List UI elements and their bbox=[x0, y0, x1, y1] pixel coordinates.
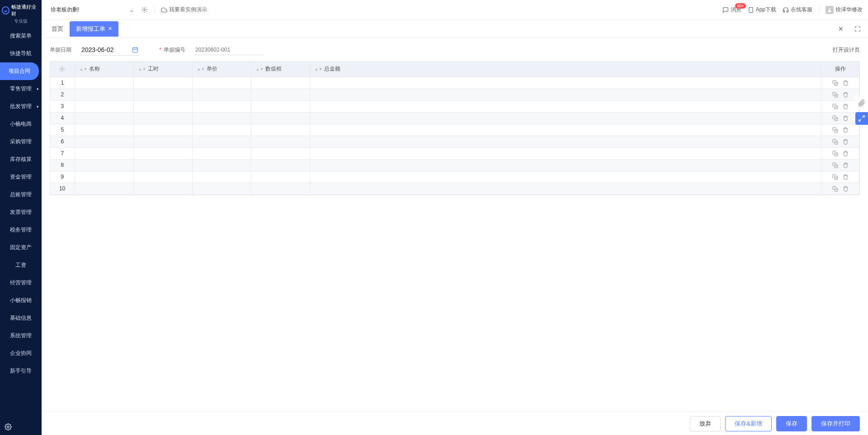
table-row[interactable]: 9 bbox=[50, 171, 859, 183]
row-delete-button[interactable] bbox=[843, 104, 849, 109]
save-button[interactable]: 保存 bbox=[776, 416, 807, 431]
cell-numbox[interactable] bbox=[251, 100, 310, 112]
cell-hours[interactable] bbox=[133, 124, 192, 136]
sidebar-item-17[interactable]: 系统管理 bbox=[0, 327, 42, 345]
sidebar-item-7[interactable]: 库存核算 bbox=[0, 151, 42, 168]
cell-name[interactable] bbox=[75, 136, 133, 147]
column-settings[interactable] bbox=[50, 61, 75, 77]
cell-total[interactable] bbox=[310, 112, 821, 124]
cell-hours[interactable] bbox=[133, 171, 192, 183]
sidebar-item-12[interactable]: 固定资产 bbox=[0, 239, 42, 256]
user-menu[interactable]: 徐泽华修改 bbox=[826, 6, 863, 14]
attachment-button[interactable] bbox=[855, 97, 868, 109]
cell-hours[interactable] bbox=[133, 89, 192, 100]
sidebar-item-1[interactable]: 快捷导航 bbox=[0, 45, 42, 62]
row-delete-button[interactable] bbox=[843, 186, 849, 192]
sidebar-item-14[interactable]: 经营管理 bbox=[0, 274, 42, 292]
cell-hours[interactable] bbox=[133, 136, 192, 147]
col-name[interactable]: ▲▼名称 bbox=[75, 61, 133, 77]
design-page-link[interactable]: 打开设计页 bbox=[833, 46, 860, 54]
table-row[interactable]: 2 bbox=[50, 89, 859, 100]
cell-numbox[interactable] bbox=[251, 171, 310, 183]
cell-name[interactable] bbox=[75, 159, 133, 171]
cell-price[interactable] bbox=[192, 112, 251, 124]
cell-hours[interactable] bbox=[133, 77, 192, 89]
row-copy-button[interactable] bbox=[832, 174, 838, 180]
save-print-button[interactable]: 保存并打印 bbox=[811, 416, 860, 431]
sidebar-item-3[interactable]: 零售管理▾ bbox=[0, 80, 42, 98]
row-copy-button[interactable] bbox=[832, 92, 838, 98]
row-delete-button[interactable] bbox=[843, 127, 849, 133]
col-price[interactable]: ▲▼单价 bbox=[192, 61, 251, 77]
cell-name[interactable] bbox=[75, 100, 133, 112]
cell-price[interactable] bbox=[192, 100, 251, 112]
table-row[interactable]: 3 bbox=[50, 100, 859, 112]
close-icon[interactable]: ✕ bbox=[108, 26, 112, 32]
cell-total[interactable] bbox=[310, 147, 821, 159]
cell-total[interactable] bbox=[310, 77, 821, 89]
sidebar-item-0[interactable]: 搜索菜单 bbox=[0, 27, 42, 45]
cell-total[interactable] bbox=[310, 171, 821, 183]
save-new-button[interactable]: 保存&新增 bbox=[725, 416, 772, 431]
cell-name[interactable] bbox=[75, 147, 133, 159]
sidebar-item-2[interactable]: 项目合同 bbox=[0, 62, 39, 80]
calendar-icon[interactable] bbox=[132, 47, 138, 53]
sort-icon[interactable]: ▲▼ bbox=[197, 68, 205, 71]
cell-price[interactable] bbox=[192, 159, 251, 171]
cell-total[interactable] bbox=[310, 159, 821, 171]
row-copy-button[interactable] bbox=[832, 127, 838, 133]
sort-icon[interactable]: ▲▼ bbox=[138, 68, 146, 71]
settings-icon[interactable] bbox=[137, 6, 151, 13]
cell-total[interactable] bbox=[310, 183, 821, 194]
cell-price[interactable] bbox=[192, 124, 251, 136]
cell-name[interactable] bbox=[75, 171, 133, 183]
row-delete-button[interactable] bbox=[843, 139, 849, 145]
cell-numbox[interactable] bbox=[251, 77, 310, 89]
col-hours[interactable]: ▲▼工时 bbox=[133, 61, 192, 77]
support-button[interactable]: 在线客服 bbox=[783, 6, 812, 14]
sidebar-settings[interactable] bbox=[0, 419, 42, 435]
date-input[interactable]: 2023-06-02 bbox=[80, 44, 139, 56]
cell-price[interactable] bbox=[192, 77, 251, 89]
cell-hours[interactable] bbox=[133, 112, 192, 124]
sidebar-item-9[interactable]: 总账管理 bbox=[0, 186, 42, 203]
cell-numbox[interactable] bbox=[251, 136, 310, 147]
cell-numbox[interactable] bbox=[251, 183, 310, 194]
row-copy-button[interactable] bbox=[832, 139, 838, 145]
row-delete-button[interactable] bbox=[843, 174, 849, 180]
sort-icon[interactable]: ▲▼ bbox=[80, 68, 88, 71]
row-copy-button[interactable] bbox=[832, 186, 838, 192]
cell-price[interactable] bbox=[192, 89, 251, 100]
cell-numbox[interactable] bbox=[251, 124, 310, 136]
tab-1[interactable]: 新增报工单✕ bbox=[70, 21, 118, 37]
sidebar-item-5[interactable]: 小畅电商 bbox=[0, 115, 42, 133]
table-row[interactable]: 5 bbox=[50, 124, 859, 136]
sort-icon[interactable]: ▲▼ bbox=[256, 68, 264, 71]
col-total[interactable]: ▲▼总金额 bbox=[310, 61, 821, 77]
org-selector[interactable]: 徐老板勿删! ⌄ bbox=[47, 4, 137, 15]
cell-price[interactable] bbox=[192, 183, 251, 194]
cell-total[interactable] bbox=[310, 124, 821, 136]
sidebar-item-19[interactable]: 新手引导 bbox=[0, 362, 42, 380]
cell-name[interactable] bbox=[75, 124, 133, 136]
table-row[interactable]: 4 bbox=[50, 112, 859, 124]
discard-button[interactable]: 放弃 bbox=[690, 416, 721, 431]
cell-hours[interactable] bbox=[133, 100, 192, 112]
row-copy-button[interactable] bbox=[832, 80, 838, 86]
cell-price[interactable] bbox=[192, 147, 251, 159]
expand-button[interactable] bbox=[855, 112, 868, 125]
cell-price[interactable] bbox=[192, 171, 251, 183]
sidebar-item-8[interactable]: 资金管理 bbox=[0, 168, 42, 186]
cell-price[interactable] bbox=[192, 136, 251, 147]
demo-link[interactable]: 我要看实例演示 bbox=[161, 6, 207, 14]
sidebar-item-10[interactable]: 发票管理 bbox=[0, 203, 42, 221]
row-copy-button[interactable] bbox=[832, 151, 838, 156]
cell-numbox[interactable] bbox=[251, 147, 310, 159]
fullscreen-toggle[interactable] bbox=[851, 24, 864, 34]
cell-hours[interactable] bbox=[133, 159, 192, 171]
table-row[interactable]: 10 bbox=[50, 183, 859, 194]
table-row[interactable]: 8 bbox=[50, 159, 859, 171]
table-row[interactable]: 7 bbox=[50, 147, 859, 159]
sidebar-item-13[interactable]: 工资 bbox=[0, 256, 42, 274]
cell-total[interactable] bbox=[310, 89, 821, 100]
